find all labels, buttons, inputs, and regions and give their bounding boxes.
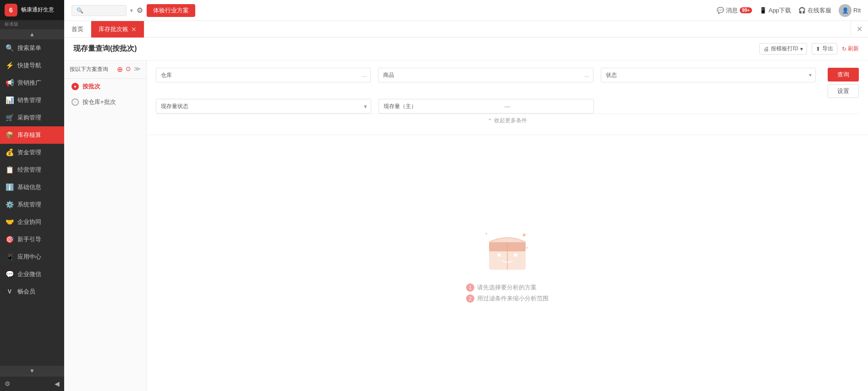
basic-info-icon: ℹ️: [5, 183, 14, 191]
status-field: 状态 ▾: [601, 68, 816, 82]
messages-badge: 99+: [740, 7, 752, 13]
inventory-icon: 📦: [5, 131, 14, 139]
sidebar-item-sales[interactable]: 📊 销售管理: [0, 92, 64, 109]
inventory-status-field: 现存量状态 ▾: [156, 99, 371, 114]
empty-tip-2: 2 用过滤条件来缩小分析范围: [466, 294, 549, 303]
app-download-item[interactable]: 📱 App下载: [759, 6, 791, 15]
filter-by-batch[interactable]: ● 按批次: [64, 79, 146, 94]
sidebar-item-app-center-label: 应用中心: [17, 253, 41, 261]
sidebar-item-purchase[interactable]: 🛒 采购管理: [0, 109, 64, 126]
print-template-btn[interactable]: 🖨 按模板打印 ▾: [759, 43, 807, 54]
sidebar-item-operations[interactable]: 📋 经营管理: [0, 161, 64, 179]
messages-item[interactable]: 💬 消息 99+: [717, 6, 752, 15]
status-dropdown-icon[interactable]: ▾: [805, 72, 815, 78]
sidebar-item-operations-label: 经营管理: [17, 166, 41, 174]
online-service-icon: 🎧: [798, 7, 806, 14]
tab-home[interactable]: 首页: [64, 21, 91, 38]
sidebar-item-app-center[interactable]: 📱 应用中心: [0, 248, 64, 266]
inventory-amount-to[interactable]: [513, 103, 594, 109]
sidebar-item-sales-label: 销售管理: [17, 96, 41, 104]
filter-by-warehouse-batch[interactable]: ○ 按仓库+批次: [64, 94, 146, 110]
user-profile[interactable]: 👤 Rit: [839, 4, 861, 17]
sidebar-scroll-up[interactable]: ▲: [0, 29, 64, 39]
topbar-search-box[interactable]: 🔍: [71, 5, 126, 16]
inventory-status-dropdown-icon[interactable]: ▾: [360, 103, 371, 110]
system-icon: ⚙️: [5, 201, 14, 209]
sidebar-footer: ⚙ ◀: [0, 376, 64, 391]
form-row-2: 现存量状态 ▾ 现存量（主） —: [156, 99, 816, 114]
warehouse-more-icon[interactable]: ...: [358, 72, 370, 78]
export-btn[interactable]: ⬆ 导出: [812, 43, 837, 54]
inventory-amount-field: 现存量（主） —: [379, 99, 594, 114]
product-more-icon[interactable]: ...: [581, 72, 593, 78]
filter-add-icon[interactable]: ⊕: [117, 65, 123, 74]
form-row-1: 仓库 ... 商品 ... 状态: [156, 68, 816, 82]
sales-icon: 📊: [5, 96, 14, 104]
quicknav-icon: ⚡: [5, 61, 14, 70]
sidebar-item-inventory[interactable]: 📦 库存核算: [0, 126, 64, 144]
filter-by-warehouse-batch-label: 按仓库+批次: [82, 98, 116, 106]
sidebar-item-purchase-label: 采购管理: [17, 114, 41, 122]
sidebar-item-enterprise-label: 企业协同: [17, 218, 41, 226]
empty-tips: 1 请先选择要分析的方案 2 用过滤条件来缩小分析范围: [466, 283, 549, 303]
collapse-sidebar-icon[interactable]: ◀: [55, 380, 60, 387]
sidebar-scroll-down[interactable]: ▼: [0, 366, 64, 376]
inventory-status-label: 现存量状态: [156, 103, 193, 110]
sidebar-item-newbie[interactable]: 🎯 新手引导: [0, 231, 64, 248]
online-service-item[interactable]: 🎧 在线客服: [798, 6, 831, 15]
sidebar-item-system[interactable]: ⚙️ 系统管理: [0, 196, 64, 213]
svg-point-4: [514, 253, 517, 257]
svg-text:✦: ✦: [521, 231, 527, 239]
avatar: 👤: [839, 4, 852, 17]
inventory-amount-label: 现存量（主）: [379, 103, 421, 110]
app-logo: 6: [5, 4, 17, 16]
settings-btn[interactable]: 设置: [828, 84, 859, 98]
status-input[interactable]: [629, 72, 805, 78]
tab-inventory-batch[interactable]: 库存批次账 ✕: [91, 21, 144, 38]
search-box-icon: 🔍: [77, 7, 83, 14]
sidebar-item-marketing[interactable]: 📢 营销推广: [0, 74, 64, 92]
sidebar-item-finance-label: 资金管理: [17, 148, 41, 157]
wechat-icon: 💬: [5, 270, 14, 278]
filter-collapse-icon[interactable]: ≫: [134, 65, 141, 74]
sidebar-item-member-label: 畅会员: [17, 288, 35, 296]
app-version: 标准版: [0, 20, 64, 29]
close-panel-icon: ✕: [857, 25, 863, 33]
filter-settings-icon[interactable]: ⊙: [126, 65, 131, 74]
filter-header-label: 按以下方案查询: [70, 65, 108, 73]
experience-btn[interactable]: 体验行业方案: [147, 4, 195, 17]
sidebar-item-member[interactable]: V 畅会员: [0, 283, 64, 300]
warehouse-label: 仓库: [156, 71, 184, 79]
tab-panel-close-btn[interactable]: ✕: [851, 21, 868, 38]
product-input[interactable]: [406, 72, 581, 78]
tab-inventory-batch-label: 库存批次账: [99, 25, 128, 33]
form-actions: 查询 设置: [828, 68, 859, 98]
warehouse-input[interactable]: [184, 72, 358, 78]
product-field: 商品 ...: [378, 68, 593, 82]
sidebar-item-wechat[interactable]: 💬 企业微信: [0, 266, 64, 283]
topbar-dropdown-icon[interactable]: ▾: [130, 7, 133, 14]
main-area: 🔍 ▾ ⚙ 体验行业方案 💬 消息 99+ 📱 App下载 🎧 在线客服: [64, 0, 868, 391]
sidebar-item-search[interactable]: 🔍 搜索菜单: [0, 39, 64, 57]
tab-close-icon[interactable]: ✕: [131, 26, 137, 33]
inventory-amount-from[interactable]: [421, 103, 502, 109]
refresh-btn[interactable]: ↻ 刷新: [842, 45, 859, 53]
inventory-status-select[interactable]: [193, 103, 360, 109]
query-btn[interactable]: 查询: [828, 68, 859, 81]
topbar-gear-icon[interactable]: ⚙: [137, 6, 143, 15]
search-nav-icon: 🔍: [5, 44, 14, 52]
settings-footer-icon[interactable]: ⚙: [5, 380, 11, 387]
sidebar-item-inventory-label: 库存核算: [17, 131, 41, 139]
sidebar-item-quicknav[interactable]: ⚡ 快捷导航: [0, 57, 64, 74]
sidebar-item-basic-info[interactable]: ℹ️ 基础信息: [0, 179, 64, 196]
empty-tip-1-text: 请先选择要分析的方案: [477, 283, 537, 292]
sidebar-item-marketing-label: 营销推广: [17, 79, 41, 87]
page-title: 现存量查询(按批次): [73, 44, 137, 54]
sidebar-item-finance[interactable]: 💰 资金管理: [0, 144, 64, 161]
sidebar-item-wechat-label: 企业微信: [17, 270, 41, 278]
sidebar-item-newbie-label: 新手引导: [17, 235, 41, 244]
app-download-label: App下载: [769, 6, 791, 15]
sidebar-item-enterprise[interactable]: 🤝 企业协同: [0, 213, 64, 231]
sidebar-nav: 🔍 搜索菜单 ⚡ 快捷导航 📢 营销推广 📊 销售管理 🛒 采购管理 📦 库存核…: [0, 39, 64, 366]
collapse-bar[interactable]: ⌃ 收起更多条件: [156, 114, 859, 127]
